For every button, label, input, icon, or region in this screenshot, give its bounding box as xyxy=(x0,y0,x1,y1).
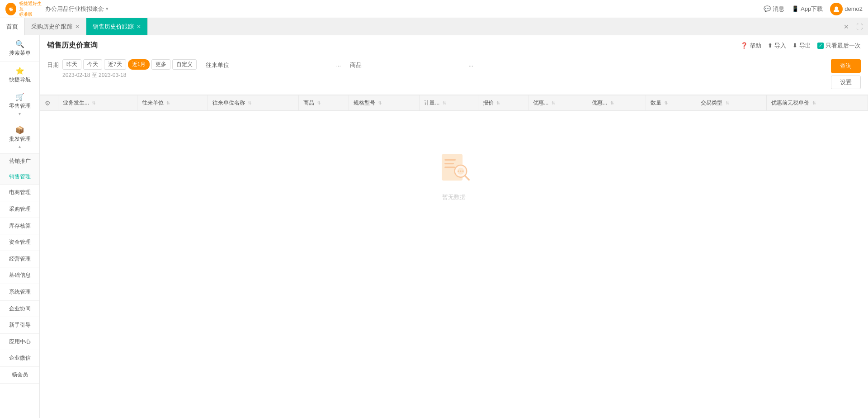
date-btn-today[interactable]: 今天 xyxy=(83,59,102,70)
help-action[interactable]: ❓ 帮助 xyxy=(741,42,761,50)
sidebar-item-ecommerce-mgmt[interactable]: 电商管理 xyxy=(0,185,39,201)
sidebar-item-system-mgmt[interactable]: 系统管理 xyxy=(0,284,39,301)
sidebar-item-finance-mgmt[interactable]: 资金管理 xyxy=(0,234,39,251)
sidebar-item-quick-nav[interactable]: ⭐ 快捷导航 xyxy=(0,62,39,89)
content-area: 销售历史价查询 ❓ 帮助 ⬆ 导入 ⬇ 导出 ✓ xyxy=(40,35,868,418)
empty-state-icon xyxy=(431,147,476,188)
goods-dots: ... xyxy=(468,61,473,68)
tab-purchase-history-close[interactable]: ✕ xyxy=(75,24,80,30)
tab-bar-actions: ✕ ⛶ xyxy=(842,21,868,32)
svg-rect-4 xyxy=(444,159,456,161)
sidebar-item-inventory[interactable]: 库存核算 xyxy=(0,218,39,235)
app-download-action[interactable]: 📱 App下载 xyxy=(792,5,823,13)
tab-expand-icon[interactable]: ⛶ xyxy=(854,21,864,32)
sort-icon-goods: ⇅ xyxy=(317,100,321,105)
settings-button[interactable]: 设置 xyxy=(831,76,861,89)
goods-input[interactable] xyxy=(365,59,465,69)
col-goods[interactable]: 商品 ⇅ xyxy=(299,95,349,111)
partner-input[interactable] xyxy=(233,59,332,69)
col-pre-tax-price[interactable]: 优惠前无税单价 ⇅ xyxy=(767,95,868,111)
partner-filter-label: 往来单位 xyxy=(206,59,229,69)
sort-icon-unit: ⇅ xyxy=(443,100,446,105)
col-partner-name[interactable]: 往来单位名称 ⇅ xyxy=(208,95,298,111)
table-area: ⚙ 业务发生... ⇅ 往来单位 ⇅ 往来单位名称 ⇅ xyxy=(40,95,868,418)
col-discount1[interactable]: 优惠... ⇅ xyxy=(528,95,587,111)
sidebar-item-enterprise-wechat-label: 企业微信 xyxy=(9,355,31,362)
sort-icon-qty: ⇅ xyxy=(664,100,668,105)
message-icon: 💬 xyxy=(764,5,771,12)
col-partner-code-label: 往来单位 xyxy=(142,100,164,106)
logo-text: 畅捷通好生意 标准版 xyxy=(19,1,42,17)
wholesale-mgmt-icon: 📦 xyxy=(15,126,24,134)
date-btn-custom[interactable]: 自定义 xyxy=(172,59,197,70)
date-btn-more[interactable]: 更多 xyxy=(151,59,170,70)
partner-dots: ... xyxy=(336,61,341,68)
sidebar-item-enterprise-wechat[interactable]: 企业微信 xyxy=(0,350,39,367)
user-action[interactable]: demo2 xyxy=(830,3,863,15)
date-btn-yesterday[interactable]: 昨天 xyxy=(62,59,81,70)
page-title-row: 销售历史价查询 ❓ 帮助 ⬆ 导入 ⬇ 导出 ✓ xyxy=(47,41,861,50)
import-icon: ⬆ xyxy=(768,42,773,49)
sidebar-item-retail-mgmt[interactable]: 🛒 零售管理 ▾ xyxy=(0,88,39,121)
svg-point-12 xyxy=(462,171,463,172)
date-btn-7days[interactable]: 近7天 xyxy=(104,59,126,70)
table-settings-col[interactable]: ⚙ xyxy=(40,95,58,111)
col-qty-label: 数量 xyxy=(651,100,661,106)
table-gear-icon: ⚙ xyxy=(45,100,51,107)
user-label: demo2 xyxy=(844,5,863,12)
only-last-checkbox[interactable]: ✓ 只看最后一次 xyxy=(817,42,861,50)
svg-line-9 xyxy=(465,176,469,180)
help-icon: ❓ xyxy=(741,42,748,49)
col-spec[interactable]: 规格型号 ⇅ xyxy=(349,95,420,111)
page-title: 销售历史价查询 xyxy=(47,41,98,50)
sidebar-item-app-center[interactable]: 应用中心 xyxy=(0,334,39,351)
col-biz-date[interactable]: 业务发生... ⇅ xyxy=(58,95,137,111)
header-right: 💬 消息 📱 App下载 demo2 xyxy=(764,3,863,15)
sidebar-item-search-menu[interactable]: 🔍 搜索菜单 xyxy=(0,35,39,62)
sidebar-item-enterprise-coop[interactable]: 企业协同 xyxy=(0,301,39,318)
col-price-label: 报价 xyxy=(483,100,494,106)
col-qty[interactable]: 数量 ⇅ xyxy=(646,95,696,111)
partner-input-group: ... xyxy=(233,59,341,69)
app-download-label: App下载 xyxy=(801,5,823,13)
sidebar-item-sales-mgmt[interactable]: 销售管理 xyxy=(0,169,39,185)
sidebar-item-basic-info[interactable]: 基础信息 xyxy=(0,267,39,284)
date-options: 昨天 今天 近7天 近1月 更多 自定义 2023-02-18 至 2023-0… xyxy=(62,59,197,79)
quick-nav-icon: ⭐ xyxy=(15,66,24,75)
tab-home[interactable]: 首页 xyxy=(0,18,25,35)
page-actions: ❓ 帮助 ⬆ 导入 ⬇ 导出 ✓ 只看最后一次 xyxy=(741,42,861,50)
col-price[interactable]: 报价 ⇅ xyxy=(478,95,528,111)
header-left: 畅 畅捷通好生意 标准版 办公用品行业模拟账套 ▾ xyxy=(5,1,108,17)
message-action[interactable]: 💬 消息 xyxy=(764,5,784,13)
tab-close-all-icon[interactable]: ✕ xyxy=(842,21,851,32)
sidebar-item-finance-mgmt-label: 资金管理 xyxy=(9,239,31,246)
tab-sales-history-close[interactable]: ✕ xyxy=(137,24,141,30)
logo-area: 畅 畅捷通好生意 标准版 xyxy=(5,1,42,17)
sidebar-item-inventory-label: 库存核算 xyxy=(9,223,31,230)
import-action[interactable]: ⬆ 导入 xyxy=(768,42,786,50)
sidebar-item-search-menu-label: 搜索菜单 xyxy=(9,50,31,57)
tab-purchase-history[interactable]: 采购历史价跟踪 ✕ xyxy=(25,18,86,35)
tab-sales-history-label: 销售历史价跟踪 xyxy=(93,23,134,31)
sidebar-item-purchase-mgmt[interactable]: 采购管理 xyxy=(0,201,39,218)
date-filter-group: 日期 昨天 今天 近7天 近1月 更多 自定义 2023-02-18 至 202… xyxy=(47,59,197,79)
goods-filter-group: 商品 ... xyxy=(350,59,473,69)
sidebar-item-marketing[interactable]: 营销推广 xyxy=(0,154,39,169)
col-partner-code[interactable]: 往来单位 ⇅ xyxy=(137,95,208,111)
export-action[interactable]: ⬇ 导出 xyxy=(793,42,811,50)
breadcrumb-selector[interactable]: 办公用品行业模拟账套 ▾ xyxy=(45,5,108,13)
query-button[interactable]: 查询 xyxy=(831,59,861,73)
date-btn-1month[interactable]: 近1月 xyxy=(128,59,150,70)
col-unit[interactable]: 计量... ⇅ xyxy=(420,95,478,111)
sidebar-item-wholesale-mgmt[interactable]: 📦 批发管理 ▴ xyxy=(0,121,39,154)
col-discount2[interactable]: 优惠... ⇅ xyxy=(587,95,646,111)
sidebar-item-wholesale-mgmt-label: 批发管理 xyxy=(9,136,31,143)
col-trade-type[interactable]: 交易类型 ⇅ xyxy=(696,95,767,111)
tab-sales-history[interactable]: 销售历史价跟踪 ✕ xyxy=(86,18,148,35)
sidebar-item-basic-info-label: 基础信息 xyxy=(9,272,31,279)
sidebar-item-newbie-guide[interactable]: 新手引导 xyxy=(0,317,39,334)
sidebar-item-membership[interactable]: 畅会员 xyxy=(0,367,39,384)
checkbox-checked-icon: ✓ xyxy=(817,43,824,49)
filter-row: 日期 昨天 今天 近7天 近1月 更多 自定义 2023-02-18 至 202… xyxy=(47,55,861,95)
sidebar-item-business-mgmt[interactable]: 经营管理 xyxy=(0,251,39,268)
